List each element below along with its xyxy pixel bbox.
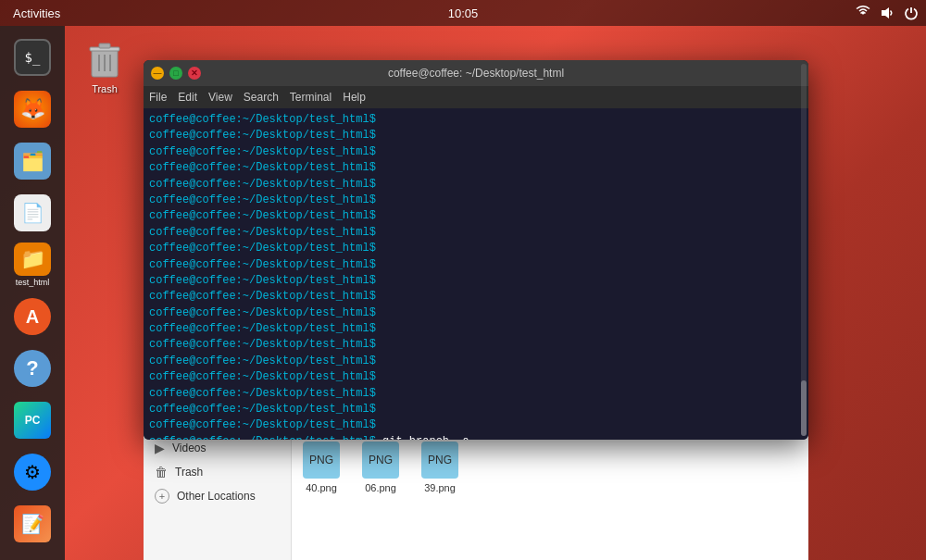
terminal-title: coffee@coffee: ~/Desktop/test_html: [388, 67, 564, 80]
terminal-prompt-line: coffee@coffee:~/Desktop/test_html$: [149, 337, 803, 353]
volume-icon[interactable]: [880, 6, 895, 20]
desktop: Activities 10:05: [0, 0, 926, 560]
dock-item-files[interactable]: 🗂️: [10, 139, 55, 183]
file-06png-icon: PNG: [362, 442, 399, 479]
trash-label: Trash: [92, 83, 118, 94]
terminal-prompt-line: coffee@coffee:~/Desktop/test_html$: [149, 128, 803, 143]
dock-item-sublime[interactable]: 📝: [10, 502, 55, 546]
dock-item-test-html[interactable]: 📁 test_html: [10, 243, 55, 287]
trash-sidebar-icon: 🗑: [155, 465, 168, 479]
terminal-body[interactable]: coffee@coffee:~/Desktop/test_html$ coffe…: [144, 108, 808, 440]
power-icon[interactable]: [904, 6, 919, 20]
terminal-controls: — □ ✕: [151, 67, 201, 80]
terminal-prompt-line: coffee@coffee:~/Desktop/test_html$: [149, 241, 803, 256]
network-icon[interactable]: [856, 6, 870, 20]
file-39png-icon: PNG: [421, 442, 458, 479]
terminal-prompt-line: coffee@coffee:~/Desktop/test_html$: [149, 369, 803, 385]
sidebar-item-videos-label: Videos: [172, 442, 206, 454]
sidebar-item-trash[interactable]: 🗑 Trash: [144, 460, 291, 484]
terminal-prompt-line: coffee@coffee:~/Desktop/test_html$: [149, 208, 803, 224]
terminal-menu-terminal[interactable]: Terminal: [290, 91, 332, 104]
terminal-prompt-line: coffee@coffee:~/Desktop/test_html$: [149, 289, 803, 305]
dock-item-pycharm[interactable]: PC: [10, 398, 55, 442]
terminal-menu-help[interactable]: Help: [343, 91, 366, 104]
filemanager-content: PNG 40.png PNG 06.png PNG 39.png: [292, 430, 808, 560]
terminal-menu-search[interactable]: Search: [244, 91, 279, 104]
terminal-prompt-line: coffee@coffee:~/Desktop/test_html$: [149, 402, 803, 417]
terminal-menu-view[interactable]: View: [208, 91, 232, 104]
terminal-prompt-line: coffee@coffee:~/Desktop/test_html$: [149, 321, 803, 337]
terminal-scrollbar-thumb[interactable]: [801, 380, 807, 436]
videos-icon: ▶: [155, 441, 165, 455]
dock-item-ubuntu-software[interactable]: ⚙: [10, 450, 55, 494]
terminal-prompt-line: coffee@coffee:~/Desktop/test_html$: [149, 112, 803, 128]
file-06png[interactable]: PNG 06.png: [358, 438, 403, 497]
topbar-clock: 10:05: [448, 6, 479, 20]
filemanager-panel: ▶ Videos 🗑 Trash + Other Locations PNG 4…: [144, 430, 808, 560]
terminal-prompt-line: coffee@coffee:~/Desktop/test_html$: [149, 354, 803, 369]
sidebar-item-trash-label: Trash: [175, 466, 203, 479]
terminal-menu-file[interactable]: File: [149, 91, 167, 104]
desktop-trash-icon[interactable]: Trash: [79, 32, 131, 98]
dock-item-help[interactable]: ?: [10, 346, 55, 391]
terminal-prompt-line: coffee@coffee:~/Desktop/test_html$: [149, 305, 803, 321]
dock: $_ 🦊 🗂️ 📄 📁 test_html: [0, 26, 65, 560]
terminal-prompt-line: coffee@coffee:~/Desktop/test_html$: [149, 386, 803, 402]
close-button[interactable]: ✕: [188, 67, 201, 80]
svg-marker-1: [882, 7, 889, 19]
file-40png-name: 40.png: [306, 482, 337, 493]
sidebar-item-other-locations-label: Other Locations: [177, 490, 256, 503]
maximize-button[interactable]: □: [169, 67, 182, 80]
svg-rect-4: [99, 44, 110, 48]
terminal-prompt-line: coffee@coffee:~/Desktop/test_html$: [149, 257, 803, 273]
file-39png-name: 39.png: [424, 482, 456, 493]
filemanager-sidebar: ▶ Videos 🗑 Trash + Other Locations: [144, 430, 292, 560]
topbar-left: Activities: [7, 6, 66, 20]
file-06png-name: 06.png: [365, 482, 396, 493]
minimize-button[interactable]: —: [151, 67, 164, 80]
dock-item-text-editor[interactable]: 📄: [10, 191, 55, 235]
dock-item-terminal[interactable]: $_: [10, 35, 55, 80]
file-40png[interactable]: PNG 40.png: [299, 438, 344, 497]
topbar: Activities 10:05: [0, 0, 926, 26]
terminal-prompt-line: coffee@coffee:~/Desktop/test_html$: [149, 144, 803, 160]
add-location-icon: +: [155, 489, 169, 504]
terminal-scrollbar[interactable]: [801, 64, 807, 436]
terminal-menubar: File Edit View Search Terminal Help: [144, 86, 808, 108]
terminal-prompt-line: coffee@coffee:~/Desktop/test_html$: [149, 177, 803, 193]
file-39png[interactable]: PNG 39.png: [418, 438, 462, 497]
terminal-prompt-line: coffee@coffee:~/Desktop/test_html$: [149, 193, 803, 208]
sidebar-item-other-locations[interactable]: + Other Locations: [144, 484, 291, 508]
terminal-prompt-line: coffee@coffee:~/Desktop/test_html$: [149, 225, 803, 241]
terminal-window: — □ ✕ coffee@coffee: ~/Desktop/test_html…: [144, 60, 808, 440]
terminal-menu-edit[interactable]: Edit: [178, 91, 197, 104]
terminal-prompt-line: coffee@coffee:~/Desktop/test_html$: [149, 417, 803, 433]
terminal-prompt-line: coffee@coffee:~/Desktop/test_html$: [149, 160, 803, 176]
file-40png-icon: PNG: [303, 442, 340, 479]
activities-button[interactable]: Activities: [7, 6, 66, 20]
terminal-command-line: coffee@coffee:~/Desktop/test_html$ git b…: [149, 434, 803, 440]
terminal-prompt-line: coffee@coffee:~/Desktop/test_html$: [149, 273, 803, 289]
dock-item-software[interactable]: A: [10, 294, 55, 339]
terminal-titlebar: — □ ✕ coffee@coffee: ~/Desktop/test_html: [144, 60, 808, 86]
trash-icon: [82, 36, 127, 81]
topbar-right: [856, 6, 919, 20]
dock-item-test-html-label: test_html: [16, 278, 50, 287]
dock-item-firefox[interactable]: 🦊: [10, 87, 55, 131]
